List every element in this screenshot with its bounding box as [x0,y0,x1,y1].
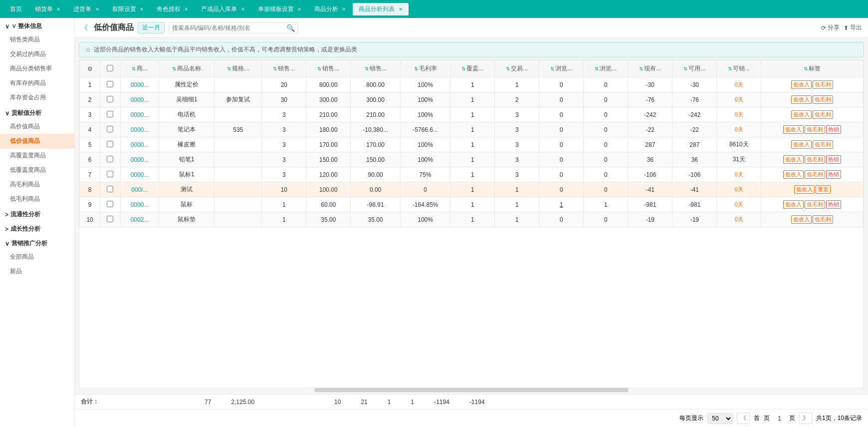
close-icon[interactable]: ✕ [399,6,403,12]
cell-checkbox[interactable] [100,167,121,182]
th-sellable[interactable]: ⇅可销... [717,60,761,77]
sidebar-item-low-value[interactable]: 低价值商品 [0,134,74,148]
sidebar-item-sales-goods[interactable]: 销售类商品 [0,32,74,47]
share-button[interactable]: ⟳ 分享 [821,23,840,32]
close-icon[interactable]: ✕ [140,6,144,12]
nav-product-entry[interactable]: 产成品入库单 ✕ [195,3,250,15]
row-checkbox[interactable] [107,171,113,177]
export-button[interactable]: ⬆ 导出 [844,23,862,32]
cell-browse1[interactable]: 0 [539,77,584,92]
row-checkbox[interactable] [107,141,113,147]
browse-link[interactable]: 0 [560,96,563,103]
sidebar-item-stock-goods[interactable]: 有库存的商品 [0,76,74,90]
th-tags[interactable]: ⇅标签 [761,60,864,77]
horizontal-scrollbar[interactable] [79,388,864,392]
cell-checkbox[interactable] [100,137,121,152]
cell-code[interactable]: 0000... [120,167,159,182]
th-spec[interactable]: ⇅规格... [215,60,262,77]
cell-checkbox[interactable] [100,152,121,167]
th-margin[interactable]: ⇅毛利率 [400,60,450,77]
row-checkbox[interactable] [107,156,113,162]
row-checkbox[interactable] [107,81,113,87]
cell-checkbox[interactable] [100,197,121,212]
nav-product-analysis[interactable]: 商品分析 ✕ [308,3,352,15]
th-trade[interactable]: ⇅交易... [495,60,539,77]
sidebar-item-inventory-capital[interactable]: 库存资金占用 [0,90,74,105]
nav-roles[interactable]: 角色授权 ✕ [151,3,194,15]
sidebar-item-low-margin[interactable]: 低毛利商品 [0,192,74,206]
cell-checkbox[interactable] [100,122,121,137]
browse-link[interactable]: 0 [560,111,563,118]
cell-browse1[interactable]: 0 [539,167,584,182]
sidebar-group-overall[interactable]: ∨ ∨ 整体信息 [0,18,74,32]
th-coverage[interactable]: ⇅覆盖... [450,60,495,77]
th-sales3[interactable]: ⇅销售... [351,60,400,77]
browse-link[interactable]: 1 [560,201,563,208]
cell-browse1[interactable]: 0 [539,152,584,167]
browse-link[interactable]: 0 [560,141,563,148]
cell-code[interactable]: 0000... [120,197,159,212]
close-icon[interactable]: ✕ [342,6,346,12]
cell-code[interactable]: 0002... [120,212,159,227]
select-all-checkbox[interactable] [107,65,113,71]
nav-home[interactable]: 首页 [4,3,28,15]
sidebar-item-category-rate[interactable]: 商品分类销售率 [0,61,74,76]
th-browse1[interactable]: ⇅浏览... [539,60,584,77]
cell-code[interactable]: 0000... [120,92,159,107]
cell-code[interactable]: 0000... [120,122,159,137]
row-checkbox[interactable] [107,126,113,132]
close-icon[interactable]: ✕ [56,6,60,12]
th-browse2[interactable]: ⇅浏览... [584,60,628,77]
th-settings[interactable]: ⚙ [80,60,100,77]
browse-link[interactable]: 0 [560,126,563,133]
sidebar-item-traded-goods[interactable]: 交易过的商品 [0,47,74,61]
sidebar-group-marketing[interactable]: ∨ 营销推广分析 [0,235,74,250]
th-current[interactable]: ⇅现有... [628,60,672,77]
cell-checkbox[interactable] [100,77,121,92]
cell-code[interactable]: 0000... [120,137,159,152]
cell-browse1[interactable]: 0 [539,137,584,152]
row-checkbox[interactable] [107,186,113,192]
cell-checkbox[interactable] [100,182,121,197]
page-size-select[interactable]: 50 100 200 [707,413,733,424]
cell-checkbox[interactable] [100,212,121,227]
row-checkbox[interactable] [107,96,113,102]
cell-checkbox[interactable] [100,92,121,107]
nav-permissions[interactable]: 权限设置 ✕ [106,3,150,15]
browse-link[interactable]: 0 [560,81,563,88]
sidebar-group-contribution[interactable]: ∨ 贡献值分析 [0,105,74,119]
scrollbar-thumb[interactable] [314,388,629,392]
th-sales1[interactable]: ⇅销售... [262,60,306,77]
close-icon[interactable]: ✕ [95,6,99,12]
close-icon[interactable]: ✕ [241,6,245,12]
browse-link[interactable]: 0 [560,156,563,163]
cell-browse1[interactable]: 0 [539,212,584,227]
close-icon[interactable]: ✕ [184,6,188,12]
browse-link[interactable]: 0 [560,186,563,193]
sidebar-item-new-goods[interactable]: 新品 [0,264,74,279]
th-name[interactable]: ⇅商品名称 [159,60,215,77]
sidebar-item-all-goods[interactable]: 全部商品 [0,250,74,264]
sidebar-item-low-coverage[interactable]: 低覆盖度商品 [0,163,74,177]
cell-code[interactable]: 000/... [120,182,159,197]
close-icon[interactable]: ✕ [297,6,301,12]
cell-browse1[interactable]: 0 [539,107,584,122]
sidebar-group-growth[interactable]: > 成长性分析 [0,221,74,235]
cell-browse1[interactable]: 0 [539,122,584,137]
search-input[interactable] [172,24,286,31]
th-code[interactable]: ⇅商... [120,60,159,77]
cell-browse1[interactable]: 0 [539,182,584,197]
next-page-button[interactable]: 》 [799,413,812,424]
cell-browse1[interactable]: 0 [539,92,584,107]
row-checkbox[interactable] [107,111,113,117]
th-available[interactable]: ⇅可用... [672,60,717,77]
browse-link[interactable]: 0 [560,216,563,223]
row-checkbox[interactable] [107,201,113,207]
cell-code[interactable]: 0000... [120,152,159,167]
browse-link[interactable]: 0 [560,171,563,178]
th-sales2[interactable]: ⇅销售... [306,60,351,77]
filter-button[interactable]: 近一月 [138,22,165,33]
nav-product-analysis-list[interactable]: 商品分析列表 ✕ [353,3,408,15]
first-page-button[interactable]: 《 [737,413,750,424]
nav-purchase[interactable]: 进货单 ✕ [67,3,105,15]
